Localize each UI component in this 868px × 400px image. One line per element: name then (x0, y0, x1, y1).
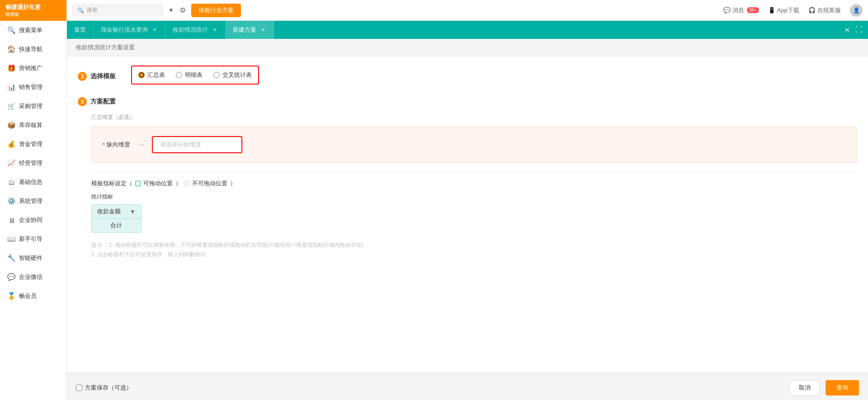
vertical-dim-label: * 纵向维度 (103, 141, 130, 149)
sidebar-item-operation[interactable]: 📈 经营管理 (0, 154, 66, 173)
logo-text: 畅捷通好生意 标准版 (5, 4, 41, 17)
template-cross-radio[interactable] (213, 72, 220, 78)
template-detail-radio[interactable] (176, 72, 182, 78)
topbar-search-icon: 🔍 (77, 7, 84, 14)
tab-receipt-label: 收款情况统计 (173, 26, 208, 34)
tab-bank-close[interactable]: ✕ (151, 26, 158, 33)
template-selection-box: 汇总表 明细表 交叉统计表 (131, 66, 259, 85)
gift-icon: 🎁 (7, 64, 15, 72)
box-icon: 📦 (7, 121, 15, 129)
query-button[interactable]: 查询 (826, 380, 859, 395)
content-area: 收款情况统计方案设置 1 选择模板 汇总表 明细表 (67, 39, 868, 400)
trial-btn[interactable]: 体验行业方案 (191, 4, 241, 17)
service-icon: 🎧 (808, 7, 816, 14)
sidebar-logo: 畅捷通好生意 标准版 (0, 0, 66, 21)
cart-icon: 🛒 (7, 102, 15, 110)
page-header: 收款情况统计方案设置 (67, 39, 868, 56)
metrics-chevron-icon[interactable]: ▼ (130, 208, 136, 215)
dim-arrow-icon: → (137, 141, 145, 149)
sidebar-item-purchase[interactable]: 🛒 采购管理 (0, 97, 66, 116)
money-icon: 💰 (7, 140, 15, 148)
sidebar: 畅捷通好生意 标准版 🔍 搜索菜单 🏠 快速导航 🎁 营销推广 📊 销售管理 🛒… (0, 0, 67, 400)
template-summary-option[interactable]: 汇总表 (138, 71, 165, 79)
sidebar-item-guide[interactable]: 📖 新手引导 (0, 230, 66, 249)
sidebar-item-sales[interactable]: 📊 销售管理 (0, 78, 66, 97)
required-star: * (103, 141, 105, 148)
service-btn[interactable]: 🎧 在线客服 (808, 6, 841, 14)
fixed-hint-item: 不可拖动位置 (184, 179, 227, 188)
sidebar-item-wechat[interactable]: 💬 企业微信 (0, 268, 66, 287)
footer-save: 方案保存（可选） (76, 384, 132, 392)
form-card: 1 选择模板 汇总表 明细表 交叉统计表 (67, 56, 868, 372)
metrics-table: 收款金额 ▼ 合计 (91, 204, 142, 233)
main-area: 🔍 搜索 ▼ ⚙ 体验行业方案 💬 消息 99+ 📱 App下载 🎧 在线客服 … (67, 0, 868, 400)
section2-label: 2 方案配置 (78, 97, 116, 106)
metrics-section: 模板指标设定（ 可拖动位置 ） 不可拖动位置 ） (91, 172, 857, 234)
cancel-button[interactable]: 取消 (789, 380, 820, 395)
topbar-right: 💬 消息 99+ 📱 App下载 🎧 在线客服 👤 (723, 4, 863, 17)
search-icon: 🔍 (7, 26, 15, 34)
dim-select-dropdown[interactable]: 请选择分组维度 (152, 136, 242, 153)
dim-row: * 纵向维度 → 请选择分组维度 (103, 136, 846, 153)
tabbar-actions: ✕ ⛶ (844, 21, 868, 39)
chat-icon: 💬 (7, 273, 15, 281)
tab-new-label: 新建方案 (233, 26, 256, 34)
tip-1: 提示： 1. 拖动标题栏可以调整布局，不可跨维度或指标区域拖动栏目字段(只能在同… (91, 241, 857, 249)
tab-receipt[interactable]: 收款情况统计 ✕ (165, 21, 226, 39)
template-detail-option[interactable]: 明细表 (176, 71, 203, 79)
search-box[interactable]: 🔍 搜索 (72, 4, 163, 16)
dim-title: 汇总维度（必选） (91, 113, 857, 121)
tab-home[interactable]: 首页 (67, 21, 94, 39)
sidebar-item-hardware[interactable]: 🔧 智能硬件 (0, 249, 66, 268)
sidebar-item-basic[interactable]: 🗂 基础信息 (0, 173, 66, 192)
download-btn[interactable]: 📱 App下载 (768, 6, 799, 14)
tab-bank[interactable]: 现金银行流水查询 ✕ (94, 21, 165, 39)
topbar-gear-icon[interactable]: ⚙ (179, 6, 186, 14)
message-icon: 💬 (723, 7, 731, 14)
sidebar-item-member[interactable]: 🏅 畅会员 (0, 287, 66, 306)
fixed-dot (184, 181, 189, 186)
topbar: 🔍 搜索 ▼ ⚙ 体验行业方案 💬 消息 99+ 📱 App下载 🎧 在线客服 … (67, 0, 868, 21)
save-checkbox[interactable] (76, 385, 82, 391)
desktop-icon: 🖥 (7, 216, 15, 224)
tip-2: 2. 点击标题栏下拉可设置排序、插入列和删除列 (91, 251, 857, 259)
section1-label: 1 选择模板 (78, 72, 116, 81)
sidebar-item-search[interactable]: 🔍 搜索菜单 (0, 21, 66, 40)
metrics-header: 模板指标设定（ 可拖动位置 ） 不可拖动位置 ） (91, 179, 857, 188)
tabbar: 首页 现金银行流水查询 ✕ 收款情况统计 ✕ 新建方案 ✕ ✕ ⛶ (67, 21, 868, 39)
wrench-icon: 🔧 (7, 254, 15, 262)
medal-icon: 🏅 (7, 292, 15, 300)
tab-receipt-close[interactable]: ✕ (212, 26, 218, 33)
tab-new[interactable]: 新建方案 ✕ (226, 21, 274, 39)
topbar-chevron-icon[interactable]: ▼ (168, 7, 174, 14)
sidebar-item-marketing[interactable]: 🎁 营销推广 (0, 59, 66, 78)
tab-close-all-btn[interactable]: ✕ (844, 26, 850, 34)
sidebar-item-inventory[interactable]: 📦 库存核算 (0, 116, 66, 135)
tab-maximize-btn[interactable]: ⛶ (855, 26, 863, 34)
home-icon: 🏠 (7, 45, 15, 53)
sidebar-item-system[interactable]: ⚙️ 系统管理 (0, 192, 66, 211)
sidebar-item-quicknav[interactable]: 🏠 快速导航 (0, 40, 66, 59)
info-icon: 🗂 (7, 179, 15, 186)
breadcrumb: 收款情况统计方案设置 (76, 44, 135, 51)
metrics-section-title: 统计指标 (91, 193, 857, 201)
user-avatar[interactable]: 👤 (850, 4, 863, 17)
config-section: 2 方案配置 汇总维度（必选） * 纵向维度 → (78, 97, 857, 264)
footer-actions: 取消 查询 (789, 380, 859, 395)
sidebar-item-corp[interactable]: 🖥 企业协同 (0, 211, 66, 230)
tab-bank-label: 现金银行流水查询 (101, 26, 148, 34)
footer: 方案保存（可选） 取消 查询 (67, 375, 868, 400)
draggable-hint-item: 可拖动位置 (135, 179, 173, 188)
draggable-dot (135, 181, 141, 186)
sidebar-item-finance[interactable]: 💰 资金管理 (0, 135, 66, 154)
dim-config-area: * 纵向维度 → 请选择分组维度 (91, 127, 857, 163)
template-cross-option[interactable]: 交叉统计表 (213, 71, 252, 79)
trend-icon: 📈 (7, 159, 15, 167)
metrics-row-subtotal[interactable]: 合计 (92, 219, 141, 232)
book-icon: 📖 (7, 235, 15, 243)
template-summary-radio[interactable] (138, 72, 145, 78)
tab-new-close[interactable]: ✕ (260, 26, 266, 33)
metrics-row-amount[interactable]: 收款金额 ▼ (92, 205, 141, 219)
message-btn[interactable]: 💬 消息 99+ (723, 6, 759, 14)
tips-area: 提示： 1. 拖动标题栏可以调整布局，不可跨维度或指标区域拖动栏目字段(只能在同… (91, 234, 857, 264)
